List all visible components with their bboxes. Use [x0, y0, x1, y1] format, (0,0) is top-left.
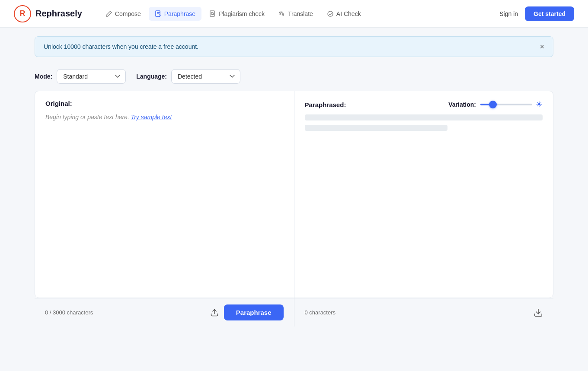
header-actions: Sign in Get started [499, 6, 574, 21]
slider-wrapper: ☀ [480, 100, 543, 109]
paraphrase-button[interactable]: Paraphrase [224, 304, 284, 320]
nav-item-compose[interactable]: Compose [99, 7, 147, 21]
char-count: 0 / 3000 characters [45, 309, 93, 316]
upload-button[interactable] [210, 308, 219, 317]
ai-check-icon [327, 10, 334, 17]
original-header: Original: [35, 91, 294, 112]
editor-placeholder: Begin typing or paste text here. Try sam… [45, 112, 284, 122]
logo-icon: R [14, 5, 31, 22]
skeleton-line-2 [305, 125, 447, 131]
original-label: Original: [45, 100, 72, 107]
paraphrased-header: Paraphrased: Variation: ☀ [294, 91, 553, 114]
original-body[interactable]: Begin typing or paste text here. Try sam… [35, 112, 294, 298]
svg-rect-1 [210, 11, 214, 16]
plagiarism-icon [209, 10, 216, 17]
footer-left: 0 / 3000 characters Paraphrase [35, 298, 294, 327]
mode-control-group: Mode: Standard Fluency Formal Academic S… [35, 69, 126, 84]
language-control-group: Language: Detected English Spanish Frenc… [136, 69, 240, 84]
variation-label: Variation: [448, 101, 476, 108]
svg-point-2 [211, 12, 214, 14]
controls-row: Mode: Standard Fluency Formal Academic S… [35, 69, 553, 84]
paraphrased-body [294, 114, 553, 298]
footer-right: 0 characters [294, 298, 554, 327]
footer-left-actions: Paraphrase [210, 304, 284, 320]
variation-control: Variation: ☀ [448, 100, 543, 109]
editor-container: Original: Begin typing or paste text her… [35, 91, 553, 298]
nav-item-translate[interactable]: Translate [272, 7, 319, 21]
translate-icon [278, 10, 285, 17]
language-select[interactable]: Detected English Spanish French German I… [171, 69, 240, 84]
sign-in-button[interactable]: Sign in [499, 10, 518, 17]
variation-slider[interactable] [480, 104, 532, 105]
mode-select[interactable]: Standard Fluency Formal Academic Simple … [57, 69, 126, 84]
banner-close-button[interactable]: × [540, 43, 544, 51]
svg-point-3 [328, 11, 333, 16]
nav-item-paraphrase[interactable]: Paraphrase [149, 7, 201, 21]
main-nav: Compose Paraphrase Plagiarism check [99, 7, 499, 21]
output-char-count: 0 characters [305, 309, 336, 316]
download-button[interactable] [534, 308, 543, 317]
promo-banner: Unlock 10000 characters when you create … [35, 36, 553, 57]
download-icon [534, 308, 543, 317]
footer-bar: 0 / 3000 characters Paraphrase 0 charact… [35, 298, 553, 327]
paraphrased-label: Paraphrased: [305, 101, 346, 108]
sun-icon: ☀ [536, 100, 543, 109]
pencil-icon [105, 10, 112, 17]
skeleton-line-1 [305, 114, 543, 120]
try-sample-link[interactable]: Try sample text [131, 114, 172, 120]
editor-left-panel: Original: Begin typing or paste text her… [35, 91, 294, 298]
logo-text: Rephrasely [35, 9, 82, 19]
editor-right-panel: Paraphrased: Variation: ☀ [294, 91, 553, 298]
main-content: Unlock 10000 characters when you create … [17, 28, 571, 335]
logo-area[interactable]: R Rephrasely [14, 5, 82, 22]
nav-item-plagiarism[interactable]: Plagiarism check [203, 7, 271, 21]
nav-item-ai-check[interactable]: AI Check [321, 7, 367, 21]
banner-text: Unlock 10000 characters when you create … [44, 43, 198, 50]
language-label: Language: [136, 73, 167, 80]
get-started-button[interactable]: Get started [525, 6, 574, 21]
header: R Rephrasely Compose Paraphrase [0, 0, 588, 28]
file-paraphrase-icon [155, 10, 162, 17]
upload-icon [210, 308, 219, 317]
mode-label: Mode: [35, 73, 52, 80]
